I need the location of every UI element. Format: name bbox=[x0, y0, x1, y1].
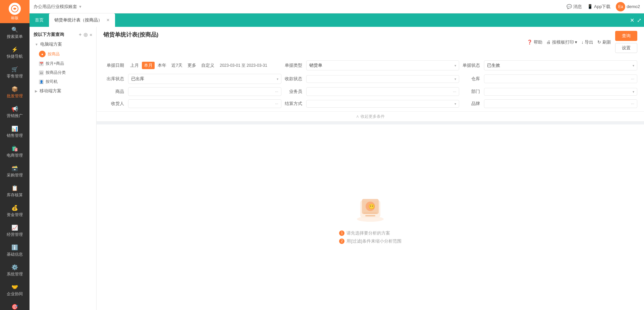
sidebar-item-basic[interactable]: ℹ️ 基础信息 bbox=[0, 241, 30, 261]
tab-close-window-icon[interactable]: ✕ bbox=[630, 17, 634, 23]
settlement-label: 结算方式 bbox=[281, 101, 305, 107]
help-button[interactable]: ❓ 帮助 bbox=[527, 39, 542, 45]
query-button[interactable]: 查询 bbox=[615, 31, 637, 41]
page-action-area: ❓ 帮助 🖨 按模板打印 ▾ ↓ 导出 ↻ 刷新 查询 设置 bbox=[527, 31, 637, 53]
filter-rows: 单据日期 上月 本月 本年 近7天 更多 自定义 2023-03-01 至 20… bbox=[97, 57, 644, 108]
tab-home[interactable]: 首页 bbox=[30, 13, 49, 27]
collapse-panel-button[interactable]: « bbox=[90, 32, 92, 37]
warehouse-input[interactable]: ··· bbox=[484, 74, 637, 83]
product-input[interactable]: ··· bbox=[128, 87, 281, 96]
sidebar-item-marketing[interactable]: 📢 营销推广 bbox=[0, 102, 30, 122]
doc-type-select[interactable]: 销货单 ▾ bbox=[306, 60, 460, 70]
sidebar-item-wholesale[interactable]: 📦 批发管理 bbox=[0, 83, 30, 102]
panel-header: 按以下方案查询 + ◎ « bbox=[30, 30, 96, 40]
logo-text: 标版 bbox=[11, 15, 18, 20]
message-button[interactable]: 💬 消息 bbox=[567, 4, 582, 10]
tab-sales-stats[interactable]: 销货单统计表（按商品） ✕ bbox=[49, 13, 115, 27]
doc-status-label: 单据状态 bbox=[459, 62, 483, 68]
outbound-status-select[interactable]: 已出库 ▾ bbox=[128, 74, 281, 84]
setting-button[interactable]: 设置 bbox=[615, 43, 637, 53]
user-avatar[interactable]: Ea demo2 bbox=[616, 2, 640, 11]
date-tab-this-year[interactable]: 本年 bbox=[156, 62, 168, 69]
sidebar-item-purchase[interactable]: 🗃️ 采购管理 bbox=[0, 162, 30, 182]
content-area: 按以下方案查询 + ◎ « ▼ 电脑端方案 ● 按商品 📅 按月+商品 bbox=[30, 27, 644, 310]
clipboard-icon: 📋 bbox=[11, 185, 18, 191]
topbar-actions: 💬 消息 📱 App下载 Ea demo2 bbox=[567, 2, 640, 11]
receiver-dots-icon: ··· bbox=[275, 101, 278, 106]
sidebar-item-quicknav[interactable]: ⚡ 快捷导航 bbox=[0, 43, 30, 63]
date-tab-this-month[interactable]: 本月 bbox=[142, 62, 155, 69]
sidebar-item-enterprise[interactable]: 🤝 企业协同 bbox=[0, 280, 30, 300]
archive-icon: 🗃️ bbox=[11, 165, 18, 171]
receiver-input[interactable]: ··· bbox=[128, 99, 281, 108]
topbar-title: 办公用品行业模拟账套 ▾ bbox=[34, 4, 82, 10]
megaphone-icon: 📢 bbox=[11, 106, 18, 112]
product-scheme-icon: ● bbox=[39, 51, 46, 57]
export-button[interactable]: ↓ 导出 bbox=[581, 39, 593, 45]
doc-status-select[interactable]: 已生效 ▾ bbox=[484, 60, 637, 70]
step-2-number: 2 bbox=[339, 239, 344, 244]
sidebar-item-operation[interactable]: 📈 经营管理 bbox=[0, 221, 30, 241]
app-download-button[interactable]: 📱 App下载 bbox=[587, 4, 610, 10]
payment-status-select[interactable]: ▾ bbox=[306, 75, 460, 83]
left-panel: 按以下方案查询 + ◎ « ▼ 电脑端方案 ● 按商品 📅 按月+商品 bbox=[30, 27, 97, 310]
doc-type-label: 单据类型 bbox=[281, 62, 305, 68]
sidebar-item-label: 企业协同 bbox=[7, 291, 23, 297]
main-area: 办公用品行业模拟账套 ▾ 💬 消息 📱 App下载 Ea demo2 首页 bbox=[30, 0, 644, 310]
page-title-section: 销货单统计表(按商品) bbox=[103, 31, 158, 39]
date-tab-more[interactable]: 更多 bbox=[185, 62, 198, 69]
filter-product: 商品 ··· bbox=[103, 87, 281, 96]
template-print-button[interactable]: 🖨 按模板打印 ▾ bbox=[546, 39, 577, 45]
sidebar-item-sales[interactable]: 📊 销售管理 bbox=[0, 122, 30, 142]
refresh-button[interactable]: ↻ 刷新 bbox=[597, 39, 611, 45]
add-scheme-button[interactable]: + bbox=[79, 32, 82, 37]
sidebar-item-ecommerce[interactable]: 🛍️ 电商管理 bbox=[0, 142, 30, 162]
payment-status-label: 收款状态 bbox=[281, 76, 305, 82]
salesperson-dots-icon: ··· bbox=[453, 89, 456, 94]
doc-status-arrow: ▾ bbox=[633, 64, 634, 67]
date-tab-last-month[interactable]: 上月 bbox=[128, 62, 141, 69]
date-tab-custom[interactable]: 自定义 bbox=[199, 62, 216, 69]
tree-item-by-product-month[interactable]: 📅 按月+商品 bbox=[30, 59, 96, 68]
sidebar-item-newbie[interactable]: 🎯 新手引导 bbox=[0, 300, 30, 310]
sidebar-item-retail[interactable]: 🛒 零售管理 bbox=[0, 63, 30, 83]
panel-header-label: 按以下方案查询 bbox=[34, 32, 64, 38]
sidebar-item-search[interactable]: 🔍 搜索菜单 bbox=[0, 23, 30, 43]
trending-icon: 📈 bbox=[11, 224, 18, 231]
brand-input[interactable]: ··· bbox=[484, 99, 637, 108]
tree-item-by-product[interactable]: ● 按商品 bbox=[30, 49, 96, 59]
tree-item-by-category[interactable]: 🗂 按商品分类 bbox=[30, 68, 96, 77]
filter-receiver: 收货人 ··· bbox=[103, 99, 281, 108]
tab-close-icon[interactable]: ✕ bbox=[106, 18, 110, 22]
department-select[interactable]: ▾ bbox=[484, 88, 637, 96]
empty-step-1: 1 请先选择要分析的方案 bbox=[339, 230, 401, 236]
tree-pc-group[interactable]: ▼ 电脑端方案 bbox=[30, 40, 96, 49]
empty-state: 😶 1 请先选择要分析的方案 2 用[过滤]条件来缩小分析范围 bbox=[97, 124, 644, 310]
salesperson-label: 业务员 bbox=[281, 89, 305, 95]
sidebar-item-finance[interactable]: 💰 资金管理 bbox=[0, 201, 30, 221]
empty-steps: 1 请先选择要分析的方案 2 用[过滤]条件来缩小分析范围 bbox=[339, 230, 401, 244]
tab-maximize-icon[interactable]: ⤢ bbox=[637, 17, 641, 23]
sidebar-item-label: 基础信息 bbox=[7, 252, 23, 257]
tab-home-label: 首页 bbox=[35, 17, 44, 23]
date-tabs-container: 上月 本月 本年 近7天 更多 自定义 2023-03-01 至 2023-03… bbox=[128, 62, 267, 69]
tree-item-by-supplier[interactable]: 👤 按司机 bbox=[30, 77, 96, 86]
brand-label: 品牌 bbox=[459, 101, 483, 107]
salesperson-input[interactable]: ··· bbox=[306, 87, 460, 96]
tree-mobile-group[interactable]: ▶ 移动端方案 bbox=[30, 86, 96, 96]
logo: 标版 bbox=[0, 0, 30, 23]
sidebar-item-system[interactable]: ⚙️ 系统管理 bbox=[0, 261, 30, 280]
sidebar-item-label: 电商管理 bbox=[7, 153, 23, 158]
collapse-more-bar[interactable]: ∧ 收起更多条件 bbox=[97, 111, 644, 121]
filter-department: 部门 ▾ bbox=[459, 87, 637, 96]
username: demo2 bbox=[627, 4, 640, 9]
sidebar-item-inventory[interactable]: 📋 库存核算 bbox=[0, 182, 30, 201]
tree-mobile-expand-icon: ▶ bbox=[35, 89, 38, 93]
edit-scheme-button[interactable]: ◎ bbox=[84, 32, 88, 37]
filter-salesperson: 业务员 ··· bbox=[281, 87, 460, 96]
app-download-icon: 📱 bbox=[587, 4, 593, 9]
warehouse-label: 仓库 bbox=[459, 76, 483, 82]
dropdown-icon[interactable]: ▾ bbox=[79, 4, 82, 9]
settlement-select[interactable]: ▾ bbox=[306, 100, 460, 108]
date-tab-7days[interactable]: 近7天 bbox=[169, 62, 184, 69]
